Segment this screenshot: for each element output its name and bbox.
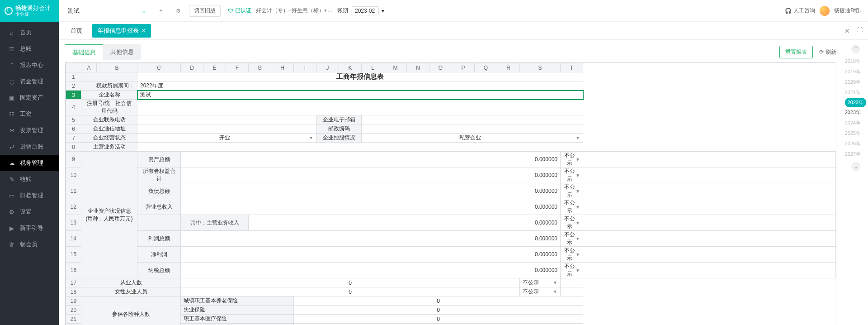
- ins-val-1[interactable]: 0: [294, 306, 583, 315]
- col-L[interactable]: L: [362, 63, 384, 72]
- col-K[interactable]: K: [339, 63, 362, 72]
- settings-icon[interactable]: ⚙: [172, 5, 184, 17]
- year-2023年[interactable]: 2023年: [845, 107, 866, 118]
- fin-pub-2[interactable]: 不公示▼: [561, 183, 583, 199]
- email-value-cell[interactable]: [362, 115, 583, 124]
- fin-pub-3[interactable]: 不公示▼: [561, 199, 583, 215]
- col-D[interactable]: D: [181, 63, 203, 72]
- fullscreen-icon[interactable]: ⛶: [857, 27, 863, 33]
- period-value-cell[interactable]: 2022年度: [137, 81, 583, 91]
- fin-val-7[interactable]: 0.000000: [181, 263, 561, 278]
- ins-val-2[interactable]: 0: [294, 315, 583, 324]
- col-C[interactable]: C: [137, 63, 181, 72]
- col-N[interactable]: N: [407, 63, 429, 72]
- year-2027年[interactable]: 2027年: [845, 149, 866, 159]
- nav-salary[interactable]: ☷工资: [0, 106, 59, 122]
- close-icon[interactable]: ✕: [142, 28, 146, 33]
- emp-pub-select[interactable]: 不公示▼: [520, 278, 561, 287]
- subtab-basic[interactable]: 基础信息: [65, 44, 103, 60]
- fin-pub-6[interactable]: 不公示▼: [561, 247, 583, 263]
- nav-guide[interactable]: ▶新手引导: [0, 220, 59, 236]
- year-2020年[interactable]: 2020年: [845, 77, 866, 87]
- year-2022年[interactable]: 2022年: [845, 98, 866, 107]
- company-selector[interactable]: 测试 ⌄: [64, 4, 150, 18]
- col-M[interactable]: M: [384, 63, 407, 72]
- refresh-button[interactable]: ⟳ 刷新: [819, 48, 836, 56]
- fin-pub-1[interactable]: 不公示▼: [561, 167, 583, 183]
- fin-val-4[interactable]: 0.000000: [249, 215, 561, 231]
- reset-report-button[interactable]: 重置报表: [779, 46, 813, 58]
- col-R[interactable]: R: [497, 63, 520, 72]
- phone-value-cell[interactable]: [137, 115, 316, 124]
- col-E[interactable]: E: [203, 63, 226, 72]
- nav-reports[interactable]: ⇡报表中心: [0, 57, 59, 73]
- nav-ledger[interactable]: ☰总账: [0, 41, 59, 57]
- spreadsheet-grid[interactable]: ABCDEFGHIJKLMNOPQRST 1工商年报信息表 2税款所属期间：20…: [65, 62, 836, 325]
- nav-inventory[interactable]: ⇄进销台账: [0, 139, 59, 155]
- year-2024年[interactable]: 2024年: [845, 118, 866, 128]
- holding-select[interactable]: 私营企业▼: [362, 134, 583, 143]
- fin-val-0[interactable]: 0.000000: [181, 152, 561, 167]
- chevron-down-icon: ⌄: [142, 7, 146, 14]
- human-service-button[interactable]: 🎧 人工咨询: [785, 7, 815, 14]
- company-value-cell[interactable]: 测试: [137, 91, 583, 100]
- col-P[interactable]: P: [452, 63, 475, 72]
- salary-icon: ☷: [8, 110, 15, 118]
- col-F[interactable]: F: [226, 63, 249, 72]
- add-button[interactable]: ＋: [155, 5, 167, 17]
- nav-home[interactable]: ⌂首页: [0, 24, 59, 41]
- year-up-button[interactable]: ⌃: [851, 44, 860, 53]
- nav-archive[interactable]: ▭归档管理: [0, 187, 59, 204]
- subtab-other[interactable]: 其他信息: [103, 44, 141, 60]
- fin-pub-7[interactable]: 不公示▼: [561, 263, 583, 278]
- close-all-icon[interactable]: ×: [844, 26, 850, 36]
- year-2019年[interactable]: 2019年: [845, 67, 866, 77]
- fin-val-3[interactable]: 0.000000: [181, 199, 561, 215]
- female-pub-select[interactable]: 不公示▼: [520, 287, 561, 296]
- female-value-cell[interactable]: 0: [181, 287, 520, 296]
- col-I[interactable]: I: [294, 63, 316, 72]
- tab-home[interactable]: 首页: [65, 24, 88, 38]
- col-O[interactable]: O: [429, 63, 452, 72]
- status-select[interactable]: 开业▼: [137, 134, 316, 143]
- nav-funds[interactable]: ◌资金管理: [0, 73, 59, 90]
- period-selector[interactable]: 账期 2023-02 ▾: [337, 6, 384, 15]
- nav-settings[interactable]: ⚙设置: [0, 204, 59, 220]
- nav-vip[interactable]: ♛畅会员: [0, 236, 59, 253]
- col-A[interactable]: A: [81, 63, 97, 72]
- fin-pub-0[interactable]: 不公示▼: [561, 152, 583, 167]
- tab-annual-report[interactable]: 年报信息申报表 ✕: [92, 24, 151, 38]
- nav-tax[interactable]: ☁税务管理: [0, 155, 59, 171]
- fin-pub-4[interactable]: 不公示▼: [561, 215, 583, 231]
- col-J[interactable]: J: [316, 63, 339, 72]
- post-value-cell[interactable]: [362, 124, 583, 134]
- year-2018年[interactable]: 2018年: [845, 56, 866, 67]
- nav-assets[interactable]: ▣固定资产: [0, 90, 59, 106]
- fin-val-2[interactable]: 0.000000: [181, 183, 561, 199]
- switch-old-button[interactable]: 切回旧版: [189, 5, 221, 17]
- reg-value-cell[interactable]: [137, 100, 583, 115]
- ins-val-0[interactable]: 0: [294, 296, 583, 306]
- col-T[interactable]: T: [561, 63, 583, 72]
- ins-val-3[interactable]: [294, 324, 583, 325]
- col-H[interactable]: H: [271, 63, 294, 72]
- vip-icon: ♛: [8, 241, 15, 248]
- avatar[interactable]: [820, 6, 830, 16]
- year-2026年[interactable]: 2026年: [845, 139, 866, 149]
- mainbiz-value-cell[interactable]: [137, 143, 583, 152]
- fin-pub-5[interactable]: 不公示▼: [561, 231, 583, 247]
- col-Q[interactable]: Q: [475, 63, 497, 72]
- col-S[interactable]: S: [520, 63, 561, 72]
- fin-val-6[interactable]: 0.000000: [181, 247, 561, 263]
- addr-value-cell[interactable]: [137, 124, 316, 134]
- year-2021年[interactable]: 2021年: [845, 87, 866, 98]
- year-down-button[interactable]: ⌄: [851, 162, 860, 171]
- fin-val-5[interactable]: 0.000000: [181, 231, 561, 247]
- nav-close[interactable]: ✎结账: [0, 171, 59, 187]
- col-B[interactable]: B: [97, 63, 137, 72]
- year-2025年[interactable]: 2025年: [845, 128, 866, 139]
- fin-val-1[interactable]: 0.000000: [181, 167, 561, 183]
- emp-value-cell[interactable]: 0: [181, 278, 520, 287]
- nav-invoice[interactable]: ✉发票管理: [0, 122, 59, 139]
- col-G[interactable]: G: [249, 63, 271, 72]
